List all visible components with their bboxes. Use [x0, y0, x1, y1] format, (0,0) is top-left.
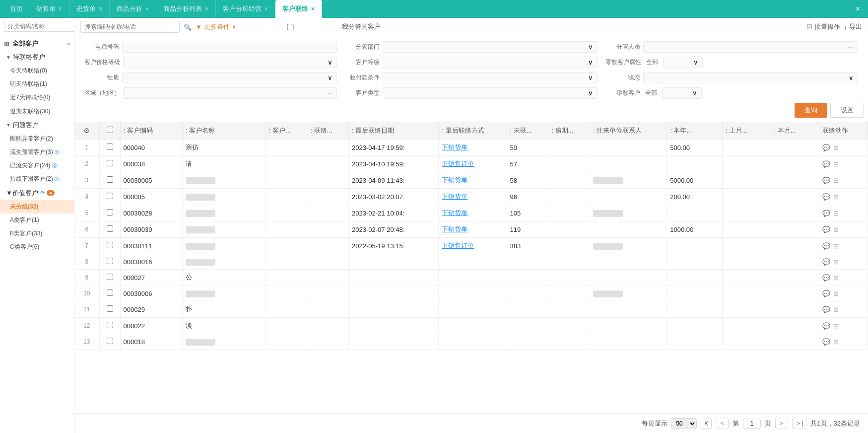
grid-action-icon[interactable]: ⊞ — [833, 322, 839, 330]
method-link[interactable]: 下销货单 — [442, 209, 467, 216]
grid-action-icon[interactable]: ⊞ — [833, 338, 839, 346]
sidebar-search-input[interactable] — [4, 21, 74, 32]
grid-action-icon[interactable]: ⊞ — [833, 193, 839, 201]
status-select[interactable]: ∨ — [643, 72, 858, 83]
method-link[interactable]: 下销售订单 — [442, 160, 474, 167]
sidebar-item-b[interactable]: B类客户(33) — [0, 227, 74, 240]
sidebar-item-ungroup[interactable]: 未分组(32) — [0, 200, 74, 214]
region-select[interactable]: ··· — [123, 87, 337, 99]
message-action-icon[interactable]: 💬 — [822, 177, 830, 184]
batch-operation-btn[interactable]: ☑ 批量操作 — [806, 22, 840, 31]
sidebar-group-problem[interactable]: ▼ 问题客户 — [0, 118, 74, 132]
message-action-icon[interactable]: 💬 — [822, 322, 830, 330]
manager-input[interactable]: ··· — [643, 41, 858, 53]
row-checkbox[interactable] — [107, 338, 113, 344]
last-page-btn[interactable]: ＞| — [792, 418, 806, 429]
message-action-icon[interactable]: 💬 — [822, 193, 830, 201]
grid-action-icon[interactable]: ⊞ — [833, 144, 839, 151]
next-page-btn[interactable]: ＞ — [775, 418, 788, 429]
grid-action-icon[interactable]: ⊞ — [833, 290, 839, 297]
close-tab-sales[interactable]: × — [59, 5, 62, 12]
message-action-icon[interactable]: 💬 — [822, 242, 830, 250]
more-conditions-btn[interactable]: ▼ 更多条件 ∧ — [196, 22, 237, 31]
close-tab-customer-tier[interactable]: × — [265, 5, 268, 12]
row-checkbox[interactable] — [107, 193, 113, 199]
sidebar-item-a[interactable]: A类客户(1) — [0, 214, 74, 227]
close-tab-purchase[interactable]: × — [99, 5, 102, 12]
method-link[interactable]: 下销货单 — [442, 225, 467, 233]
sidebar-item-7days[interactable]: 近7天待联络(0) — [0, 91, 74, 104]
sidebar-item-tomorrow[interactable]: 明天待联络(1) — [0, 77, 74, 91]
price-level-select[interactable]: ∨ — [123, 57, 337, 68]
nature-select[interactable]: ∨ — [122, 72, 337, 83]
row-checkbox[interactable] — [107, 176, 113, 183]
sidebar-item-abnormal[interactable]: 囤购异常客户(2) — [0, 132, 74, 145]
tab-analysis-list[interactable]: 商品分析列表 × — [156, 0, 216, 18]
manager-dotdot[interactable]: ··· — [848, 43, 854, 51]
method-link[interactable]: 下销售订单 — [442, 242, 474, 249]
close-all-tabs[interactable]: × — [852, 4, 864, 13]
row-checkbox[interactable] — [107, 160, 113, 166]
page-input[interactable] — [743, 419, 761, 429]
customer-type-select[interactable]: ∨ — [383, 87, 598, 99]
per-page-select[interactable]: 50 100 — [671, 418, 697, 429]
prev-page-btn[interactable]: ＜ — [716, 418, 729, 429]
row-checkbox[interactable] — [107, 242, 113, 248]
row-checkbox[interactable] — [107, 289, 113, 296]
row-checkbox[interactable] — [107, 274, 113, 280]
row-checkbox[interactable] — [107, 225, 113, 232]
grid-action-icon[interactable]: ⊞ — [833, 242, 839, 250]
tab-purchase[interactable]: 进货单 × — [69, 0, 110, 18]
search-input[interactable] — [80, 21, 180, 33]
grid-action-icon[interactable]: ⊞ — [833, 226, 839, 233]
tab-home[interactable]: 首页 — [4, 0, 29, 18]
tab-sales[interactable]: 销售单 × — [29, 0, 69, 18]
message-action-icon[interactable]: 💬 — [822, 306, 830, 313]
close-tab-analysis[interactable]: × — [145, 5, 149, 12]
my-customers-checkbox-label[interactable]: 我分管的客户 — [241, 22, 381, 31]
row-checkbox[interactable] — [107, 144, 113, 150]
message-action-icon[interactable]: 💬 — [822, 338, 830, 346]
first-page-btn[interactable]: K — [701, 419, 712, 429]
tab-analysis[interactable]: 商品分析 × — [110, 0, 156, 18]
sidebar-item-today[interactable]: 今天待联络(0) — [0, 64, 74, 77]
grid-action-icon[interactable]: ⊞ — [833, 210, 839, 217]
query-button[interactable]: 查询 — [795, 103, 827, 118]
grid-action-icon[interactable]: ⊞ — [833, 177, 839, 184]
sidebar-all-customers[interactable]: ⊞ 全部客户 « — [0, 35, 74, 50]
tab-customer-contact[interactable]: 客户联络 × — [275, 0, 322, 18]
sidebar-item-declining[interactable]: 持续下滑客户(2) ⓪ — [0, 172, 74, 186]
message-action-icon[interactable]: 💬 — [822, 226, 830, 233]
dept-select[interactable]: ∨ — [383, 41, 598, 53]
sidebar-item-c[interactable]: C类客户(6) — [0, 240, 74, 254]
settings-icon[interactable]: ⚙ — [83, 127, 90, 135]
grid-action-icon[interactable]: ⊞ — [833, 258, 839, 266]
message-action-icon[interactable]: 💬 — [822, 274, 830, 282]
sidebar-item-overdue[interactable]: 逾期未联络(30) — [0, 105, 74, 118]
refresh-icon[interactable]: ⟳ — [40, 190, 45, 196]
sidebar-group-pending[interactable]: ▼ 待联络客户 — [0, 50, 74, 64]
tab-customer-tier[interactable]: 客户分层经营 × — [216, 0, 275, 18]
close-tab-analysis-list[interactable]: × — [205, 5, 208, 12]
retail-attr-select[interactable]: ∨ — [663, 57, 703, 68]
method-link[interactable]: 下销货单 — [442, 144, 467, 151]
row-checkbox[interactable] — [107, 322, 113, 328]
message-action-icon[interactable]: 💬 — [822, 210, 830, 217]
sidebar-group-value[interactable]: ▼ 价值客户 ⟳ ● — [0, 186, 74, 200]
message-action-icon[interactable]: 💬 — [822, 144, 830, 151]
row-checkbox[interactable] — [107, 258, 113, 264]
grid-action-icon[interactable]: ⊞ — [833, 160, 839, 168]
export-btn[interactable]: ↓ 导出 — [844, 22, 863, 31]
message-action-icon[interactable]: 💬 — [822, 258, 830, 266]
sidebar-item-lost[interactable]: 已流失客户(24) ⓪ — [0, 159, 74, 172]
grid-action-icon[interactable]: ⊞ — [833, 306, 839, 313]
row-checkbox[interactable] — [107, 209, 113, 216]
close-tab-customer-contact[interactable]: × — [311, 5, 315, 12]
sidebar-item-warning[interactable]: 流失预警客户(3) ⓪ — [0, 145, 74, 159]
my-customers-checkbox[interactable] — [241, 24, 340, 30]
retail-customer-select[interactable]: ∨ — [662, 87, 702, 99]
method-link[interactable]: 下销货单 — [442, 176, 467, 184]
search-btn[interactable]: 🔍 — [184, 23, 192, 31]
customer-level-select[interactable]: ∨ — [383, 57, 598, 68]
select-all-checkbox[interactable] — [107, 127, 113, 133]
